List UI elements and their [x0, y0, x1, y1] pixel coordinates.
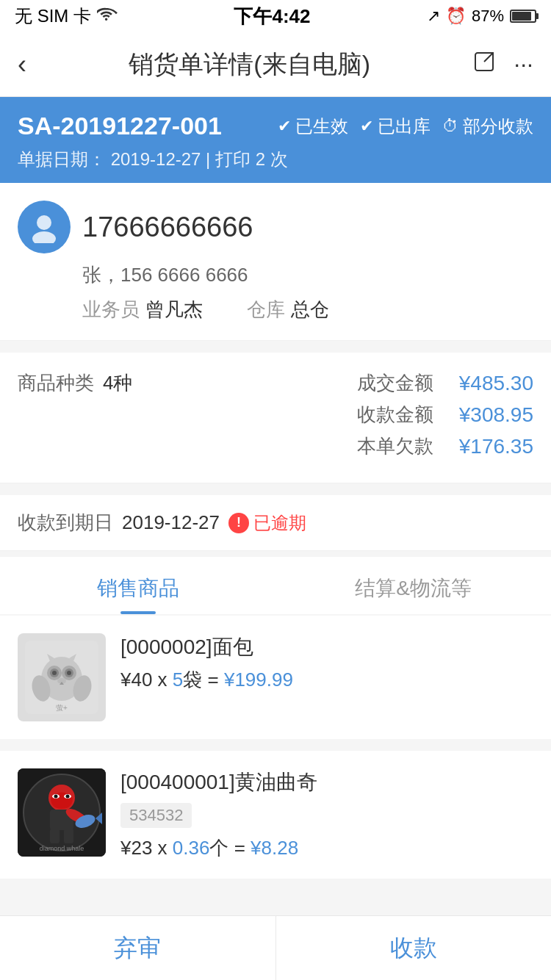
svg-point-11: [67, 671, 71, 675]
salesman-value: 曾凡杰: [145, 297, 203, 323]
summary-section: 商品种类 4种 成交金额 ¥485.30 收款金额 ¥308.95 本单欠款 ¥…: [0, 353, 551, 483]
list-item: 萤+ [0000002]面包 ¥40 x 5袋 = ¥199.99: [0, 616, 551, 739]
debt-amount-row: 本单欠款 ¥176.35: [357, 433, 533, 459]
collect-amount-value: ¥308.95: [445, 403, 533, 427]
list-item: diamond whale [000400001]黄油曲奇 534532 ¥23…: [0, 751, 551, 879]
status-tags: ✔ 已生效 ✔ 已出库 ⏱ 部分收款: [278, 115, 533, 138]
svg-point-25: [66, 795, 70, 799]
deal-amount-label: 成交金额: [357, 370, 433, 396]
nav-bar: ‹ 销货单详情(来自电脑) ···: [0, 32, 551, 97]
deal-amount-value: ¥485.30: [445, 372, 533, 395]
customer-section: 17666666666 张，156 6666 6666 业务员 曾凡杰 仓库 总…: [0, 183, 551, 341]
salesman-info: 业务员 曾凡杰: [82, 297, 203, 323]
warehouse-info: 仓库 总仓: [247, 297, 329, 323]
due-date-value: 2019-12-27: [122, 511, 220, 534]
order-date: 单据日期： 2019-12-27 | 打印 2 次: [18, 148, 533, 171]
summary-left: 商品种类 4种: [18, 370, 132, 396]
bottom-bar: 弃审 收款: [0, 915, 551, 980]
collect-button[interactable]: 收款: [276, 916, 552, 980]
collect-amount-label: 收款金额: [357, 402, 433, 428]
warehouse-value: 总仓: [291, 297, 329, 323]
debt-amount-label: 本单欠款: [357, 433, 433, 459]
tab-settlement[interactable]: 结算&物流等: [276, 557, 551, 614]
customer-top: 17666666666: [18, 201, 533, 253]
product-thumbnail-1: 萤+: [18, 633, 106, 721]
product-info-1: [0000002]面包 ¥40 x 5袋 = ¥199.99: [120, 633, 533, 693]
product-type-label: 商品种类: [18, 370, 94, 396]
status-bar: 无 SIM 卡 下午4:42 ↗ ⏰ 87%: [0, 0, 551, 32]
tab-products[interactable]: 销售商品: [0, 557, 276, 614]
status-right: ↗ ⏰ 87%: [427, 7, 536, 26]
more-icon[interactable]: ···: [514, 51, 533, 78]
nav-actions: ···: [472, 50, 533, 79]
tabs-bar: 销售商品 结算&物流等: [0, 557, 551, 614]
carrier-text: 无 SIM 卡: [15, 4, 91, 28]
collect-amount-row: 收款金额 ¥308.95: [357, 402, 533, 428]
product-sku-2: 534532: [120, 803, 192, 828]
salesman-label: 业务员: [82, 297, 140, 323]
wifi-icon: [97, 6, 118, 26]
order-id: SA-20191227-001: [18, 112, 222, 140]
svg-point-3: [32, 231, 56, 243]
page-title: 销货单详情(来自电脑): [129, 48, 370, 82]
order-header: SA-20191227-001 ✔ 已生效 ✔ 已出库 ⏱ 部分收款 单据日期：…: [0, 97, 551, 183]
due-label: 收款到期日: [18, 510, 113, 536]
product-name-2: [000400001]黄油曲奇: [120, 768, 533, 796]
share-icon[interactable]: [472, 50, 496, 79]
status-left: 无 SIM 卡: [15, 4, 118, 28]
location-icon: ↗: [427, 7, 440, 26]
clock-icon: ⏱: [442, 117, 458, 136]
product-thumbnail-2: diamond whale: [18, 768, 106, 857]
battery-percent: 87%: [472, 7, 504, 26]
product-price-1: ¥40 x 5袋 = ¥199.99: [120, 667, 533, 693]
svg-line-1: [484, 53, 493, 62]
back-button[interactable]: ‹: [18, 49, 26, 80]
overdue-text: 已逾期: [253, 511, 306, 535]
overdue-icon: !: [228, 513, 249, 533]
svg-point-24: [54, 795, 58, 799]
svg-rect-28: [64, 829, 73, 843]
due-section: 收款到期日 2019-12-27 ! 已逾期: [0, 495, 551, 551]
customer-phone: 17666666666: [82, 212, 253, 243]
check-icon-2: ✔: [360, 117, 373, 136]
debt-amount-value: ¥176.35: [445, 435, 533, 458]
status-shipped: ✔ 已出库: [360, 115, 431, 138]
status-effective: ✔ 已生效: [278, 115, 348, 138]
product-type-value: 4种: [103, 370, 132, 396]
overdue-badge: ! 已逾期: [228, 511, 306, 535]
product-name-1: [0000002]面包: [120, 633, 533, 661]
avatar: [18, 201, 71, 253]
product-info-2: [000400001]黄油曲奇 534532 ¥23 x 0.36个 = ¥8.…: [120, 768, 533, 861]
summary-right: 成交金额 ¥485.30 收款金额 ¥308.95 本单欠款 ¥176.35: [357, 370, 533, 465]
svg-text:萤+: 萤+: [56, 704, 68, 712]
summary-row: 商品种类 4种 成交金额 ¥485.30 收款金额 ¥308.95 本单欠款 ¥…: [18, 370, 533, 465]
product-type-item: 商品种类 4种: [18, 370, 132, 396]
alarm-icon: ⏰: [446, 7, 466, 26]
svg-text:diamond whale: diamond whale: [40, 845, 84, 852]
deal-amount-row: 成交金额 ¥485.30: [357, 370, 533, 396]
product-list: 萤+ [0000002]面包 ¥40 x 5袋 = ¥199.99: [0, 616, 551, 879]
abandon-button[interactable]: 弃审: [0, 916, 276, 980]
tabs-section: 销售商品 结算&物流等: [0, 551, 551, 879]
svg-point-10: [52, 671, 57, 675]
battery-bar: [510, 10, 536, 23]
svg-rect-27: [50, 829, 60, 843]
svg-point-2: [37, 215, 51, 230]
check-icon-1: ✔: [278, 117, 291, 136]
customer-info: 业务员 曾凡杰 仓库 总仓: [82, 297, 533, 323]
status-time: 下午4:42: [234, 4, 310, 29]
status-partial: ⏱ 部分收款: [442, 115, 533, 138]
product-price-2: ¥23 x 0.36个 = ¥8.28: [120, 835, 533, 861]
warehouse-label: 仓库: [247, 297, 285, 323]
customer-name: 张，156 6666 6666: [82, 262, 533, 288]
